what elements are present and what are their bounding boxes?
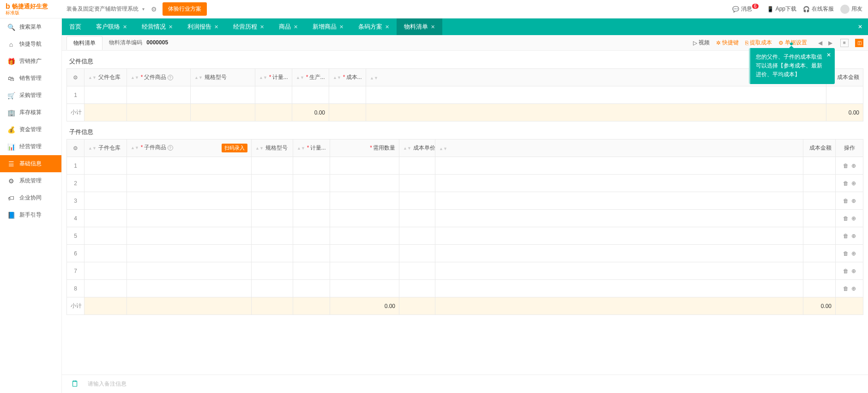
col-parent-prod[interactable]: ▲▼生产... <box>292 69 329 86</box>
support-link[interactable]: 🎧 在线客服 <box>803 5 834 13</box>
sidebar-item[interactable]: 🏷企业协同 <box>0 189 61 206</box>
messages-link[interactable]: 💬 消息 6 <box>732 5 760 13</box>
app-download-link[interactable]: 📱 App下载 <box>767 5 796 13</box>
view-card-button[interactable]: ◫ <box>855 39 863 47</box>
parent-gear-header[interactable]: ⚙ <box>67 69 84 86</box>
tab-close-icon[interactable]: ✕ <box>431 24 435 30</box>
sidebar-item[interactable]: 🎁营销推广 <box>0 53 61 70</box>
col-parent-item[interactable]: ▲▼父件商品? <box>127 69 191 86</box>
tab-close-icon[interactable]: ✕ <box>260 24 264 30</box>
col-child-cost-unit[interactable]: ▲▼成本单价 <box>399 139 435 157</box>
tab[interactable]: 商品✕ <box>271 18 305 35</box>
sidebar-item[interactable]: 🔍搜索菜单 <box>0 18 61 36</box>
delete-row-icon[interactable]: 🗑 <box>843 233 849 239</box>
col-child-qty[interactable]: 需用数量 <box>330 139 399 157</box>
table-row[interactable]: 1🗑⊕ <box>67 157 863 175</box>
next-record-button[interactable]: ▶ <box>826 39 834 47</box>
scan-input-button[interactable]: 扫码录入 <box>222 144 247 152</box>
delete-row-icon[interactable]: 🗑 <box>843 285 849 292</box>
col-parent-spec[interactable]: ▲▼规格型号 <box>191 69 255 86</box>
sidebar-item[interactable]: ⚙系统管理 <box>0 172 61 189</box>
add-row-icon[interactable]: ⊕ <box>851 233 856 239</box>
extract-cost-button[interactable]: ⎘提取成本 <box>745 39 772 47</box>
gear-icon[interactable]: ⚙ <box>151 6 157 13</box>
tab[interactable]: 首页 <box>62 18 89 35</box>
view-list-button[interactable]: ≡ <box>840 39 849 47</box>
note-icon[interactable]: 🗒 <box>71 379 79 389</box>
add-row-icon[interactable]: ⊕ <box>851 285 856 292</box>
col-label: 操作 <box>844 145 855 151</box>
table-row[interactable]: 7🗑⊕ <box>67 262 863 280</box>
video-link[interactable]: ▷视频 <box>693 39 710 47</box>
info-icon[interactable]: ? <box>168 75 173 80</box>
table-row[interactable]: 3🗑⊕ <box>67 192 863 210</box>
sidebar-icon: 🔍 <box>7 24 15 31</box>
col-child-item[interactable]: ▲▼子件商品?扫码录入 <box>127 139 252 157</box>
tab-close-icon[interactable]: ✕ <box>123 24 127 30</box>
add-row-icon[interactable]: ⊕ <box>851 198 856 204</box>
sidebar-item[interactable]: 💰资金管理 <box>0 121 61 138</box>
table-row[interactable]: 6🗑⊕ <box>67 245 863 262</box>
info-icon[interactable]: ? <box>168 145 173 151</box>
tab[interactable]: 经营历程✕ <box>226 18 271 35</box>
sidebar-item[interactable]: 📘新手引导 <box>0 206 61 224</box>
col-child-spec[interactable]: ▲▼规格型号 <box>252 139 293 157</box>
row-actions: 🗑⊕ <box>836 262 863 280</box>
sidebar-item[interactable]: ⌂快捷导航 <box>0 36 61 53</box>
add-row-icon[interactable]: ⊕ <box>851 163 856 169</box>
delete-row-icon[interactable]: 🗑 <box>843 198 849 204</box>
col-child-unit[interactable]: ▲▼计量... <box>293 139 330 157</box>
product-dropdown[interactable]: 装备及固定资产辅助管理系统 ▾ <box>66 5 145 13</box>
table-row[interactable]: 8🗑⊕ <box>67 280 863 297</box>
user-menu[interactable]: 用友 <box>840 5 862 14</box>
tab[interactable]: 条码方案✕ <box>351 18 397 35</box>
row-number: 2 <box>67 175 84 192</box>
table-row[interactable]: 2🗑⊕ <box>67 175 863 192</box>
add-row-icon[interactable]: ⊕ <box>851 215 856 222</box>
delete-row-icon[interactable]: 🗑 <box>843 163 849 169</box>
add-row-icon[interactable]: ⊕ <box>851 250 856 257</box>
add-row-icon[interactable]: ⊕ <box>851 268 856 274</box>
delete-row-icon[interactable]: 🗑 <box>843 268 849 274</box>
table-row[interactable]: 4🗑⊕ <box>67 210 863 227</box>
table-row[interactable]: 1 <box>67 86 863 104</box>
tab[interactable]: 物料清单✕ <box>397 18 442 35</box>
tab-close-icon[interactable]: ✕ <box>385 24 389 30</box>
tab-close-icon[interactable]: ✕ <box>169 24 173 30</box>
sidebar-item-label: 企业协同 <box>19 194 42 202</box>
tab[interactable]: 新增商品✕ <box>305 18 351 35</box>
try-plan-button[interactable]: 体验行业方案 <box>163 2 207 16</box>
tab[interactable]: 利润报告✕ <box>180 18 226 35</box>
shortcut-link[interactable]: ✲快捷键 <box>716 39 739 47</box>
tab-close-icon[interactable]: ✕ <box>214 24 218 30</box>
col-parent-cost[interactable]: ▲▼成本... <box>329 69 366 86</box>
close-all-tabs-button[interactable]: ✕ <box>852 18 868 35</box>
app-download-label: App下载 <box>776 5 796 13</box>
sidebar-item-label: 搜索菜单 <box>19 23 42 31</box>
col-parent-unit[interactable]: ▲▼计量... <box>255 69 292 86</box>
prev-record-button[interactable]: ◀ <box>816 39 824 47</box>
sidebar-item[interactable]: 🏢库存核算 <box>0 104 61 121</box>
sidebar-item[interactable]: 🛒采购管理 <box>0 87 61 104</box>
col-child-amount[interactable]: 成本金额 <box>803 139 836 157</box>
sidebar-item[interactable]: ☰基础信息 <box>0 155 61 172</box>
delete-row-icon[interactable]: 🗑 <box>843 180 849 187</box>
tooltip-close-button[interactable]: ✕ <box>826 51 831 60</box>
delete-row-icon[interactable]: 🗑 <box>843 250 849 257</box>
col-parent-warehouse[interactable]: ▲▼父件仓库 <box>84 69 127 86</box>
add-row-icon[interactable]: ⊕ <box>851 180 856 187</box>
table-row[interactable]: 5🗑⊕ <box>67 227 863 245</box>
sidebar-item[interactable]: 📊经营管理 <box>0 138 61 155</box>
sidebar-item-label: 资金管理 <box>19 126 42 133</box>
child-gear-header[interactable]: ⚙ <box>67 139 84 157</box>
sidebar-item[interactable]: 🛍销售管理 <box>0 70 61 87</box>
remark-input[interactable]: 请输入备注信息 <box>88 380 127 388</box>
tab-close-icon[interactable]: ✕ <box>339 24 344 30</box>
sidebar-icon: 🛍 <box>7 75 15 82</box>
tab[interactable]: 经营情况✕ <box>134 18 180 35</box>
tab[interactable]: 客户联络✕ <box>89 18 134 35</box>
delete-row-icon[interactable]: 🗑 <box>843 215 849 222</box>
tab-close-icon[interactable]: ✕ <box>294 24 298 30</box>
col-child-warehouse[interactable]: ▲▼子件仓库 <box>84 139 127 157</box>
subtab-bom[interactable]: 物料清单 <box>66 36 102 50</box>
